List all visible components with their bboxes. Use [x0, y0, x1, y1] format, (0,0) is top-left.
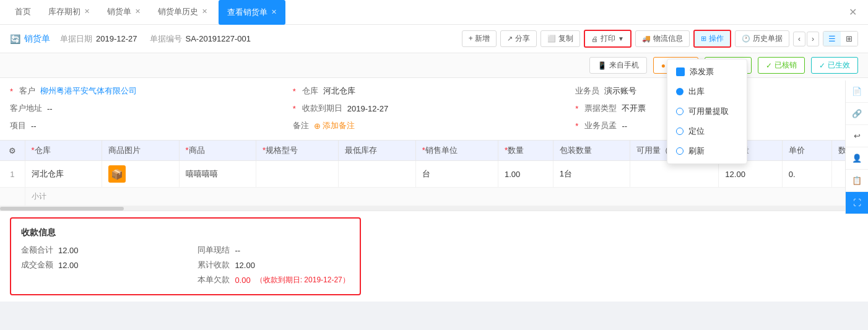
phone-icon: 📱: [597, 61, 607, 70]
print-container: 🖨 打印 ▼: [584, 30, 631, 48]
row-avail: [630, 161, 719, 188]
row-warehouse: 河北仓库: [25, 161, 102, 188]
dropdown-menu: 添发票 出库 可用量提取 定位 刷新: [667, 59, 747, 164]
tab-view-sales[interactable]: 查看销货单 ✕: [219, 0, 285, 25]
warehouse-required: *: [293, 87, 296, 96]
print-icon: 🖨: [591, 35, 598, 43]
operate-button[interactable]: ⊞ 操作: [693, 30, 731, 48]
right-tool-expand[interactable]: ⛶: [846, 192, 868, 214]
tab-sales[interactable]: 销货单 ✕: [98, 0, 149, 25]
staff2-value: --: [622, 121, 627, 131]
dropdown-item-avail[interactable]: 可用量提取: [667, 102, 747, 121]
right-tool-doc[interactable]: 📄: [846, 80, 868, 103]
staff-label: 业务员: [575, 85, 599, 97]
tab-home[interactable]: 首页: [6, 0, 40, 25]
grid-view-button[interactable]: ⊞: [841, 32, 857, 46]
share-button[interactable]: ↗ 分享: [500, 30, 537, 47]
customer-value[interactable]: 柳州粤港平安气体有限公司: [40, 85, 137, 97]
tab-inventory[interactable]: 库存期初 ✕: [40, 0, 98, 25]
table-row: 1 河北仓库 📦 嘻嘻嘻嘻 台 1.00 1台 12.00 0.: [0, 161, 868, 188]
number-value: SA-20191227-001: [186, 34, 251, 43]
operate-dropdown: 添发票 出库 可用量提取 定位 刷新: [667, 59, 747, 164]
history-button[interactable]: 🕐 历史单据: [735, 30, 789, 47]
tab-sales-history[interactable]: 销货单历史 ✕: [149, 0, 216, 25]
ticket-label: 票据类型: [584, 103, 617, 114]
tab-close-view[interactable]: ✕: [271, 8, 277, 16]
payment-title: 收款信息: [21, 227, 350, 238]
right-tool-clipboard[interactable]: 📋: [846, 170, 868, 192]
payment-grid: 金额合计 12.00 同单现结 -- 成交金额 12.00 累计收款 12.00: [21, 245, 350, 285]
settings-icon[interactable]: ⚙: [9, 146, 16, 155]
customer-field: * 客户 柳州粤港平安气体有限公司: [10, 85, 293, 97]
next-button[interactable]: ›: [807, 32, 819, 46]
cumulative-label: 累计收款: [197, 259, 230, 271]
customer-required: *: [10, 87, 13, 96]
scrollbar-area: [0, 206, 868, 211]
tab-close-history[interactable]: ✕: [202, 7, 207, 15]
total-amount-label: 金额合计: [21, 245, 53, 256]
new-button[interactable]: + 新增: [462, 30, 497, 47]
copy-button[interactable]: ⬜ 复制: [540, 30, 580, 47]
print-button[interactable]: 🖨 打印 ▼: [584, 30, 631, 48]
address-label: 客户地址: [10, 103, 42, 114]
due-date-label: 收款到期日: [302, 103, 342, 114]
add-note-button[interactable]: ⊕ 添加备注: [314, 120, 355, 131]
dropdown-item-add-invoice[interactable]: 添发票: [667, 62, 747, 82]
outbound-icon: [676, 88, 684, 95]
col-unit: *销售单位: [415, 141, 498, 161]
total-amount-row: 金额合计 12.00: [21, 245, 173, 256]
payment-section: 收款信息 金额合计 12.00 同单现结 -- 成交金额 12.00 累计收款 …: [10, 217, 361, 295]
check2-icon: ✓: [766, 61, 772, 70]
effective-button[interactable]: ✓ 已生效: [811, 57, 858, 74]
warehouse-label: 仓库: [302, 85, 318, 97]
col-gear: ⚙: [0, 141, 25, 161]
ticket-required: *: [575, 104, 578, 113]
note-label: 备注: [293, 120, 309, 131]
add-invoice-icon: [676, 67, 685, 76]
warehouse-field: * 仓库 河北仓库: [293, 85, 576, 97]
total-amount-value: 12.00: [58, 246, 79, 255]
row-product: 嘻嘻嘻嘻: [179, 161, 256, 188]
close-all-button[interactable]: ✕: [844, 6, 862, 18]
project-field: 项目 --: [10, 120, 293, 131]
prev-button[interactable]: ‹: [793, 32, 805, 46]
cancelled-button[interactable]: ✓ 已核销: [758, 57, 805, 74]
address-field: 客户地址 --: [10, 103, 293, 114]
due-date-value: 2019-12-27: [347, 104, 389, 113]
same-order-row: 同单现结 --: [197, 245, 349, 256]
dropdown-item-refresh[interactable]: 刷新: [667, 141, 747, 161]
current-owe-row: 本单欠款 0.00 （收款到期日: 2019-12-27）: [197, 274, 349, 285]
col-pack: 包装数量: [553, 141, 630, 161]
right-tool-link[interactable]: 🔗: [846, 103, 868, 125]
project-value: --: [31, 121, 37, 131]
dropdown-item-locate[interactable]: 定位: [667, 121, 747, 141]
list-view-button[interactable]: ☰: [823, 32, 841, 46]
cumulative-row: 累计收款 12.00: [197, 259, 349, 271]
staff2-required: *: [575, 121, 578, 131]
avail-icon: [676, 108, 684, 115]
product-image: 📦: [108, 165, 126, 183]
transaction-value: 12.00: [58, 261, 79, 270]
copy-icon: ⬜: [547, 35, 556, 43]
right-tool-undo[interactable]: ↩: [846, 125, 868, 147]
date-value: 2019-12-27: [96, 34, 137, 43]
invoice-icon: ●: [661, 61, 666, 70]
due-date-field: * 收款到期日 2019-12-27: [293, 103, 576, 114]
logistics-button[interactable]: 🚚 物流信息: [635, 30, 690, 47]
current-owe-label: 本单欠款: [197, 274, 230, 285]
right-tool-user[interactable]: 👤: [846, 147, 868, 170]
transaction-label: 成交金额: [21, 259, 53, 271]
dropdown-item-outbound[interactable]: 出库: [667, 82, 747, 102]
from-phone-button[interactable]: 📱 来自手机: [589, 57, 647, 74]
same-order-value: --: [235, 246, 240, 255]
plus-icon: ⊕: [314, 121, 321, 131]
due-note: （收款到期日: 2019-12-27）: [256, 275, 350, 285]
row-qty: 1.00: [498, 161, 553, 188]
scrollbar-thumb[interactable]: [0, 207, 124, 211]
tab-close-inventory[interactable]: ✕: [84, 7, 90, 15]
tab-close-sales[interactable]: ✕: [135, 7, 141, 15]
effective-icon: ✓: [819, 61, 825, 70]
number-label: 单据编号: [150, 33, 182, 45]
doc-meta: 单据日期 2019-12-27 单据编号 SA-20191227-001: [60, 33, 251, 45]
nav-arrows: ‹ ›: [793, 32, 819, 46]
